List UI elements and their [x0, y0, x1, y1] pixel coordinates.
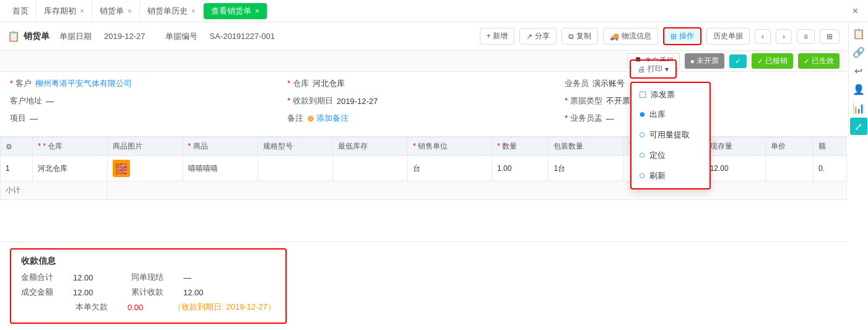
dropdown-locate[interactable]: ○ 定位 [631, 145, 710, 165]
print-highlight-box: 🖨 打印 ▾ [630, 59, 677, 79]
tab-sales-history[interactable]: 销货单历史 × [140, 0, 204, 22]
total-amount-label: 金额合计 [21, 272, 58, 283]
customer-field: 客户 柳州粤港平安气体有限公司 [10, 78, 282, 89]
ticket-icon: ● [690, 57, 695, 66]
new-button[interactable]: + 新增 [480, 28, 514, 45]
product-thumbnail: 🧱 [113, 160, 130, 177]
table-header: ⚙ * * 仓库 商品图片 * 商品 规格型号 最低库存 * 销售单位 * 数量… [1, 137, 847, 156]
doc-title-label: 销货单 [24, 31, 50, 42]
history-button[interactable]: 历史单据 [706, 28, 750, 45]
employee-label: 业务员 [565, 78, 589, 89]
warehouse-field: 仓库 河北仓库 [287, 78, 560, 89]
voided-btn[interactable]: ✓ 已核销 [752, 53, 793, 69]
operate-button[interactable]: ⊞ 操作 [663, 27, 701, 45]
due-date-value: 2019-12-27 [337, 97, 378, 106]
dropdown-available-pick[interactable]: ○ 可用量提取 [631, 124, 710, 145]
toolbar-row: 📱 来自手机 ● 未开票 ✓ ✓ ✓ 已核销 ✓ 已生效 [0, 51, 847, 72]
col-settings[interactable]: ⚙ [1, 137, 33, 156]
list-view-button[interactable]: ≡ [797, 29, 815, 44]
form-row-1: 客户 柳州粤港平安气体有限公司 仓库 河北仓库 业务员 演示账号 [10, 78, 837, 89]
form-row-3: 项目 — 备注 ⊕ 添加备注 业务员盂 — [10, 113, 837, 124]
share-button[interactable]: ↗ 分享 [519, 28, 557, 45]
prev-button[interactable]: ‹ [755, 29, 771, 44]
confirm-btn[interactable]: ✓ ✓ [729, 54, 747, 68]
row-product-img: 🧱 [108, 156, 183, 181]
col-unit-price: 单价 [766, 137, 813, 156]
logistics-button[interactable]: 🚚 物流信息 [603, 28, 658, 45]
tab-bar: 首页 库存期初 × 销货单 × 销货单历史 × 查看销货单 × × [0, 0, 868, 22]
total-amount-value: 12.00 [73, 273, 104, 282]
print-dropdown-arrow: ▾ [665, 65, 669, 74]
effective-btn[interactable]: ✓ 已生效 [798, 53, 840, 69]
address-value: — [46, 97, 54, 106]
col-quantity: * 数量 [492, 137, 549, 156]
dropdown-outbound[interactable]: ● 出库 [631, 104, 710, 124]
current-due-label: 本单欠款 [76, 302, 113, 313]
payment-row-1: 金额合计 12.00 同单现结 — [21, 272, 276, 283]
address-field: 客户地址 — [10, 95, 282, 106]
not-open-btn[interactable]: ● 未开票 [685, 53, 724, 69]
share-icon: ↗ [526, 32, 532, 41]
row-quantity: 1.00 [492, 156, 549, 181]
col-product: * 商品 [183, 137, 258, 156]
doc-date-value: 2019-12-27 [104, 32, 145, 41]
sidebar-icon-1[interactable]: 📋 [850, 25, 867, 42]
next-button[interactable]: › [776, 29, 792, 44]
row-unit-price [766, 156, 813, 181]
row-num: 1 [1, 156, 33, 181]
sidebar-icon-5[interactable]: 📊 [850, 99, 867, 116]
same-order-value: — [183, 273, 214, 282]
subtotal-label: 小计 [1, 181, 108, 200]
plus-icon: ⊕ [307, 114, 314, 123]
sales-rep-value: — [606, 114, 614, 123]
doc-actions: + 新增 ↗ 分享 ⧉ 复制 🖨 打印 ▾ 🚚 [480, 27, 840, 45]
dropdown-add-invoice[interactable]: ☐ 添发票 [631, 85, 710, 104]
settings-icon[interactable]: ⚙ [6, 142, 12, 151]
due-date-field: 收款到期日 2019-12-27 [287, 95, 560, 106]
add-note-btn[interactable]: ⊕ 添加备注 [307, 113, 349, 124]
warehouse-label: 仓库 [287, 78, 309, 89]
row-current-stock: 12.00 [705, 156, 766, 181]
copy-button[interactable]: ⧉ 复制 [562, 28, 598, 45]
tab-close-view[interactable]: × [255, 7, 259, 15]
refresh-icon: ○ [639, 169, 646, 182]
print-icon: 🖨 [638, 65, 645, 74]
tab-close-history[interactable]: × [191, 7, 196, 15]
window-close-button[interactable]: × [848, 6, 863, 17]
tab-sales-order[interactable]: 销货单 × [92, 0, 140, 22]
row-spec [258, 156, 332, 181]
sidebar-icon-4[interactable]: 👤 [850, 80, 867, 98]
tab-home[interactable]: 首页 [5, 0, 37, 22]
cumulative-label: 累计收款 [131, 287, 168, 298]
col-pkg-qty: 包装数量 [549, 137, 623, 156]
sidebar-icon-expand[interactable]: ⤢ [850, 118, 867, 135]
tab-view-sales[interactable]: 查看销货单 × [204, 3, 267, 19]
transaction-amount-value: 12.00 [73, 288, 104, 297]
col-warehouse: * * 仓库 [33, 137, 108, 156]
ticket-type-label: 票据类型 [565, 95, 602, 106]
table-row: 1 河北仓库 🧱 嘻嘻嘻嘻 台 1.00 1台 12.00 [1, 156, 847, 181]
tab-inventory-init[interactable]: 库存期初 × [37, 0, 92, 22]
doc-number-value: SA-20191227-001 [210, 32, 276, 41]
row-warehouse: 河北仓库 [33, 156, 108, 181]
data-table-container: ⚙ * * 仓库 商品图片 * 商品 规格型号 最低库存 * 销售单位 * 数量… [0, 136, 847, 241]
tab-close-inventory[interactable]: × [80, 7, 84, 15]
print-button[interactable]: 🖨 打印 ▾ [631, 61, 675, 77]
doc-icon: 📋 [7, 30, 20, 42]
sidebar-icon-2[interactable]: 🔗 [850, 43, 867, 61]
due-note: （收款到期日: 2019-12-27） [173, 302, 276, 313]
tab-close-sales[interactable]: × [128, 7, 132, 15]
current-due-value: 0.00 [128, 303, 158, 312]
col-sales-unit: * 销售单位 [407, 137, 492, 156]
dropdown-refresh[interactable]: ○ 刷新 [631, 165, 710, 186]
locate-icon: ○ [639, 149, 646, 162]
right-sidebar: 📋 🔗 ↩ 👤 📊 ⤢ [848, 22, 868, 137]
sidebar-icon-3[interactable]: ↩ [850, 62, 867, 79]
customer-value[interactable]: 柳州粤港平安气体有限公司 [35, 78, 132, 89]
truck-icon: 🚚 [610, 32, 619, 41]
grid-view-button[interactable]: ⊞ [820, 29, 840, 44]
data-table: ⚙ * * 仓库 商品图片 * 商品 规格型号 最低库存 * 销售单位 * 数量… [0, 137, 847, 200]
row-sales-unit: 台 [407, 156, 492, 181]
form-area: 客户 柳州粤港平安气体有限公司 仓库 河北仓库 业务员 演示账号 客户地址 — [0, 72, 847, 136]
doc-number-label: 单据编号 [165, 31, 197, 42]
